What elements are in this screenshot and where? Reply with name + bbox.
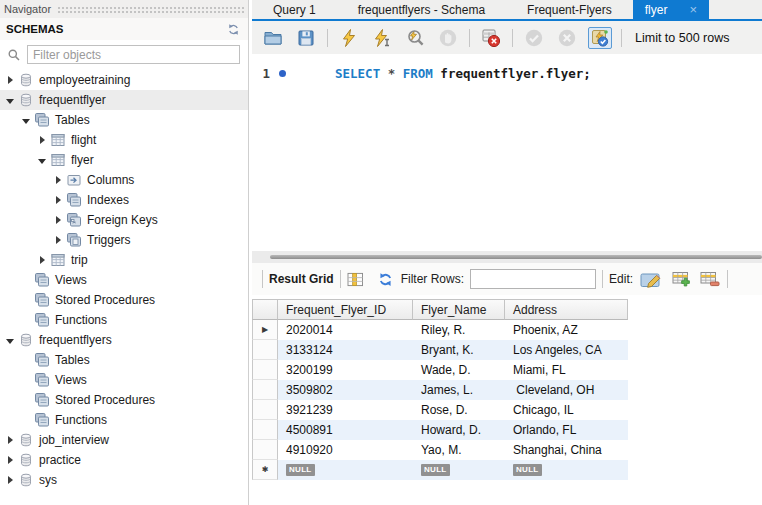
tree-item-functions[interactable]: Functions (0, 410, 248, 430)
expand-arrow-icon[interactable] (4, 434, 16, 446)
grid-cell[interactable]: 3133124 (278, 340, 413, 360)
row-gutter[interactable] (252, 360, 278, 380)
tab-flyer[interactable]: flyer× (633, 0, 709, 19)
tab-frequentflyers-schema[interactable]: frequentflyers - Schema (337, 0, 506, 19)
tab-query-1[interactable]: Query 1 (252, 0, 337, 19)
commit-button[interactable] (522, 27, 546, 49)
delete-row-icon[interactable] (699, 271, 721, 287)
column-header-address[interactable]: Address (505, 299, 628, 320)
grid-cell[interactable]: NULL (278, 460, 413, 480)
grid-cell[interactable]: Phoenix, AZ (505, 320, 628, 340)
grid-cell[interactable]: 4910920 (278, 440, 413, 460)
row-gutter[interactable] (252, 380, 278, 400)
tree-item-tables[interactable]: Tables (0, 110, 248, 130)
add-row-icon[interactable] (671, 271, 693, 287)
grid-cell[interactable]: Los Angeles, CA (505, 340, 628, 360)
toggle-columns-icon[interactable] (347, 271, 365, 287)
collapse-arrow-icon[interactable] (20, 114, 32, 126)
grid-corner-cell[interactable] (252, 299, 278, 320)
row-gutter[interactable]: ▶ (252, 320, 278, 340)
tree-item-frequentflyers[interactable]: frequentflyers (0, 330, 248, 350)
grid-cell[interactable]: Wade, D. (413, 360, 505, 380)
stop-button[interactable] (436, 27, 460, 49)
row-gutter[interactable] (252, 340, 278, 360)
row-gutter[interactable]: ✱ (252, 460, 278, 480)
tree-item-triggers[interactable]: Triggers (0, 230, 248, 250)
save-button[interactable] (294, 27, 318, 49)
grid-cell[interactable]: James, L. (413, 380, 505, 400)
expand-arrow-icon[interactable] (52, 214, 64, 226)
grid-cell[interactable]: NULL (505, 460, 628, 480)
tree-item-foreign-keys[interactable]: Foreign Keys (0, 210, 248, 230)
tree-item-flyer[interactable]: flyer (0, 150, 248, 170)
rollback-button[interactable] (555, 27, 579, 49)
grid-cell[interactable]: Shanghai, China (505, 440, 628, 460)
row-gutter[interactable] (252, 420, 278, 440)
tree-item-indexes[interactable]: Indexes (0, 190, 248, 210)
grid-cell[interactable]: NULL (413, 460, 505, 480)
separator (602, 270, 603, 288)
tree-item-views[interactable]: Views (0, 270, 248, 290)
limit-rows-dropdown[interactable]: Limit to 500 rows (635, 31, 729, 45)
row-gutter[interactable] (252, 440, 278, 460)
tree-item-label: Stored Procedures (55, 393, 155, 407)
sql-editor[interactable]: 1 SELECT * FROM frequentflyer.flyer; (252, 54, 762, 251)
toggle-stop-on-error-button[interactable] (479, 27, 503, 49)
grid-cell[interactable]: 3921239 (278, 400, 413, 420)
grid-cell[interactable]: Miami, FL (505, 360, 628, 380)
open-file-button[interactable] (261, 27, 285, 49)
grid-cell[interactable]: 3200199 (278, 360, 413, 380)
refresh-grid-icon[interactable] (377, 271, 395, 287)
expand-arrow-icon[interactable] (36, 134, 48, 146)
filter-rows-input[interactable] (470, 269, 596, 289)
grid-cell[interactable]: Howard, D. (413, 420, 505, 440)
editor-results-splitter[interactable] (252, 251, 762, 263)
grid-cell[interactable]: Bryant, K. (413, 340, 505, 360)
explain-button[interactable] (403, 27, 427, 49)
tree-item-employeetraining[interactable]: employeetraining (0, 70, 248, 90)
tree-item-flight[interactable]: flight (0, 130, 248, 150)
grid-cell[interactable]: Riley, R. (413, 320, 505, 340)
expand-arrow-icon[interactable] (4, 454, 16, 466)
grid-cell[interactable]: 2020014 (278, 320, 413, 340)
edit-pencil-icon[interactable] (639, 271, 665, 287)
tree-item-functions[interactable]: Functions (0, 310, 248, 330)
grid-cell[interactable]: Orlando, FL (505, 420, 628, 440)
splitter-handle[interactable] (270, 255, 762, 259)
grid-cell[interactable]: Chicago, IL (505, 400, 628, 420)
tree-item-stored-procedures[interactable]: Stored Procedures (0, 290, 248, 310)
expand-arrow-icon[interactable] (52, 234, 64, 246)
grid-cell[interactable]: 3509802 (278, 380, 413, 400)
expand-arrow-icon[interactable] (4, 474, 16, 486)
expand-arrow-icon[interactable] (4, 74, 16, 86)
tab-frequent-flyers[interactable]: Frequent-Flyers (506, 0, 633, 19)
refresh-schemas-icon[interactable] (224, 21, 242, 37)
grid-cell[interactable]: Cleveland, OH (505, 380, 628, 400)
expand-arrow-icon[interactable] (52, 194, 64, 206)
expand-arrow-icon[interactable] (52, 174, 64, 186)
filter-objects-input[interactable] (27, 45, 240, 64)
tree-item-trip[interactable]: trip (0, 250, 248, 270)
row-gutter[interactable] (252, 400, 278, 420)
tree-item-frequentflyer[interactable]: frequentflyer (0, 90, 248, 110)
grid-cell[interactable]: Yao, M. (413, 440, 505, 460)
column-header-flyer-name[interactable]: Flyer_Name (413, 299, 505, 320)
tree-item-practice[interactable]: practice (0, 450, 248, 470)
grid-cell[interactable]: 4500891 (278, 420, 413, 440)
tree-item-columns[interactable]: Columns (0, 170, 248, 190)
execute-current-button[interactable] (370, 27, 394, 49)
tree-item-views[interactable]: Views (0, 370, 248, 390)
close-icon[interactable]: × (689, 3, 697, 16)
collapse-arrow-icon[interactable] (36, 154, 48, 166)
tree-item-job-interview[interactable]: job_interview (0, 430, 248, 450)
execute-button[interactable] (337, 27, 361, 49)
limit-toggle-button[interactable] (588, 27, 612, 49)
collapse-arrow-icon[interactable] (4, 334, 16, 346)
grid-cell[interactable]: Rose, D. (413, 400, 505, 420)
expand-arrow-icon[interactable] (36, 254, 48, 266)
tree-item-stored-procedures[interactable]: Stored Procedures (0, 390, 248, 410)
column-header-frequent-flyer-id[interactable]: Frequent_Flyer_ID (278, 299, 413, 320)
tree-item-tables[interactable]: Tables (0, 350, 248, 370)
collapse-arrow-icon[interactable] (4, 94, 16, 106)
tree-item-sys[interactable]: sys (0, 470, 248, 490)
